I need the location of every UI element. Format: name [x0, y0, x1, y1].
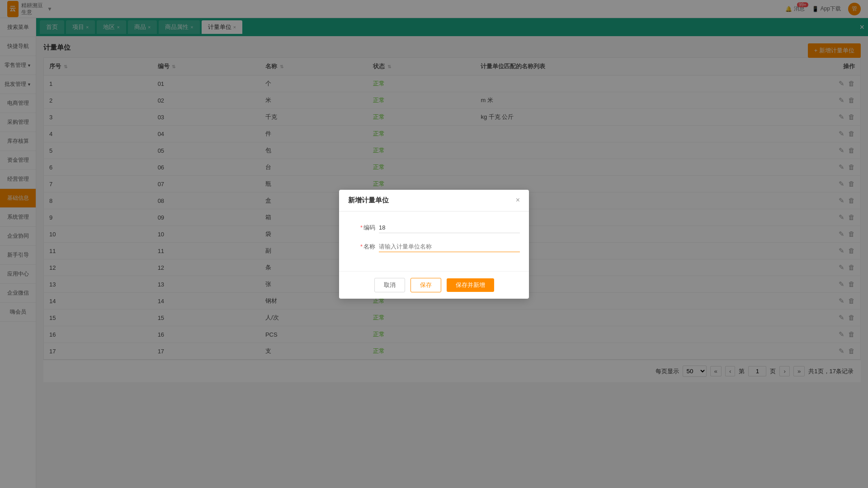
modal-body: *编码 *名称	[339, 211, 529, 271]
modal-close-btn[interactable]: ×	[516, 196, 520, 204]
save-and-new-btn[interactable]: 保存并新增	[447, 278, 494, 292]
form-row-code: *编码	[348, 222, 520, 233]
modal-overlay: 新增计量单位 × *编码 *名称 取消 保存 保存并新增	[0, 0, 868, 488]
cancel-btn[interactable]: 取消	[374, 278, 405, 292]
save-btn[interactable]: 保存	[410, 278, 441, 292]
code-label: *编码	[348, 224, 375, 232]
modal-title: 新增计量单位	[348, 196, 389, 205]
code-input[interactable]	[379, 222, 520, 233]
add-unit-modal: 新增计量单位 × *编码 *名称 取消 保存 保存并新增	[339, 190, 529, 299]
modal-header: 新增计量单位 ×	[339, 190, 529, 211]
modal-footer: 取消 保存 保存并新增	[339, 271, 529, 299]
name-label: *名称	[348, 243, 375, 251]
form-row-name: *名称	[348, 241, 520, 252]
name-input[interactable]	[379, 241, 520, 252]
